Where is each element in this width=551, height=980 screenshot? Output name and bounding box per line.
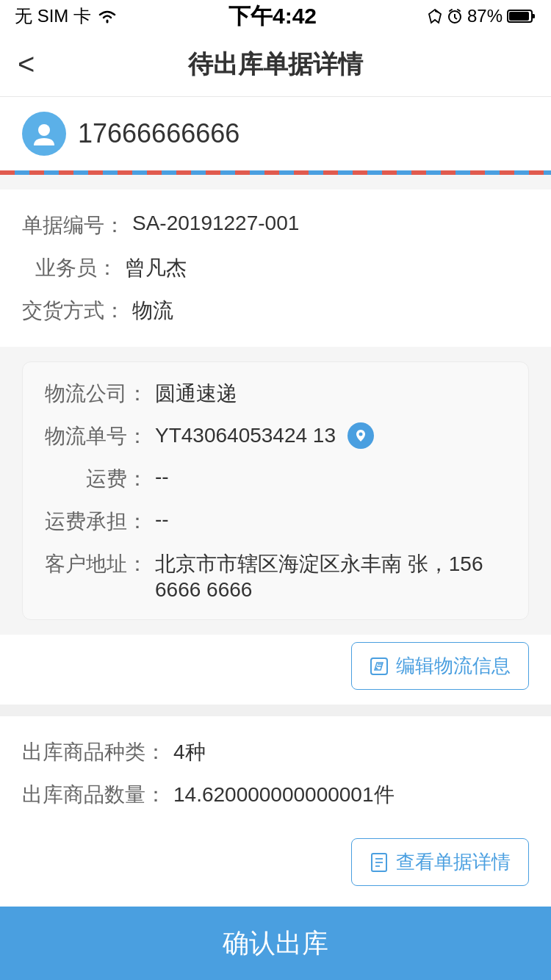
customer-header: 17666666666: [0, 97, 551, 170]
logistics-company-label: 物流公司：: [45, 380, 155, 408]
tracking-number-value: YT43064053424 13: [155, 422, 506, 449]
sim-text: 无 SIM 卡: [15, 4, 91, 28]
tracking-location-icon[interactable]: [347, 422, 374, 449]
logistics-card: 物流公司： 圆通速递 物流单号： YT43064053424 13 运费： --…: [22, 361, 529, 620]
edit-logistics-button[interactable]: 编辑物流信息: [351, 642, 529, 690]
goods-quantity-value: 14.620000000000001件: [173, 781, 529, 809]
edit-btn-label: 编辑物流信息: [396, 653, 511, 679]
address-label: 客户地址：: [45, 550, 155, 578]
view-btn-label: 查看单据详情: [396, 849, 511, 875]
svg-line-4: [450, 10, 452, 11]
nav-bar: < 待出库单据详情: [0, 32, 551, 97]
goods-section: 出库商品种类： 4种 出库商品数量： 14.620000000000001件: [0, 716, 551, 831]
document-icon: [370, 853, 389, 872]
sales-person-label: 业务员：: [22, 254, 125, 282]
svg-line-5: [458, 10, 460, 11]
status-right: 87%: [428, 6, 536, 26]
tracking-number-row: 物流单号： YT43064053424 13: [45, 422, 506, 450]
order-info-section: 单据编号： SA-20191227-001 业务员： 曾凡杰 交货方式： 物流: [0, 190, 551, 347]
freight-value: --: [155, 465, 506, 489]
logistics-company-row: 物流公司： 圆通速递: [45, 380, 506, 408]
freight-label: 运费：: [45, 465, 155, 493]
freight-bear-value: --: [155, 508, 506, 531]
back-button[interactable]: <: [18, 48, 35, 81]
goods-quantity-row: 出库商品数量： 14.620000000000001件: [22, 781, 529, 809]
battery-text: 87%: [467, 6, 503, 26]
avatar: [22, 112, 66, 156]
status-time: 下午4:42: [228, 1, 317, 32]
svg-rect-7: [532, 14, 535, 18]
freight-row: 运费： --: [45, 465, 506, 493]
customer-phone: 17666666666: [78, 118, 240, 149]
sales-person-value: 曾凡杰: [125, 254, 529, 282]
address-row: 客户地址： 北京市市辖区海淀区永丰南 张，156 6666 6666: [45, 550, 506, 602]
address-value: 北京市市辖区海淀区永丰南 张，156 6666 6666: [155, 550, 506, 602]
sales-person-row: 业务员： 曾凡杰: [22, 254, 529, 282]
location-status-icon: [428, 8, 442, 24]
goods-types-value: 4种: [173, 738, 529, 766]
delivery-method-row: 交货方式： 物流: [22, 297, 529, 325]
svg-line-3: [455, 18, 457, 19]
edit-icon: [370, 657, 389, 676]
wifi-icon: [97, 9, 118, 24]
status-bar: 无 SIM 卡 下午4:42 87%: [0, 0, 551, 32]
dashed-separator: [0, 170, 551, 175]
section-divider: [0, 705, 551, 716]
delivery-method-label: 交货方式：: [22, 297, 132, 325]
svg-point-9: [38, 124, 50, 136]
alarm-icon: [447, 8, 463, 24]
delivery-method-value: 物流: [132, 297, 529, 325]
person-icon: [31, 120, 57, 147]
confirm-btn-bar[interactable]: 确认出库: [0, 907, 551, 980]
freight-bear-label: 运费承担：: [45, 508, 155, 536]
page-title: 待出库单据详情: [188, 48, 363, 82]
battery-icon: [507, 8, 536, 24]
svg-rect-8: [509, 12, 529, 21]
tracking-number-label: 物流单号：: [45, 422, 155, 450]
order-number-value: SA-20191227-001: [132, 212, 529, 235]
svg-point-10: [359, 433, 363, 436]
edit-btn-row: 编辑物流信息: [0, 635, 551, 705]
goods-types-row: 出库商品种类： 4种: [22, 738, 529, 766]
order-number-label: 单据编号：: [22, 212, 132, 239]
status-left: 无 SIM 卡: [15, 4, 118, 28]
view-btn-row: 查看单据详情: [0, 831, 551, 908]
goods-types-label: 出库商品种类：: [22, 738, 173, 766]
confirm-btn-label: 确认出库: [223, 926, 328, 962]
freight-bear-row: 运费承担： --: [45, 508, 506, 536]
view-details-button[interactable]: 查看单据详情: [351, 838, 529, 886]
logistics-company-value: 圆通速递: [155, 380, 506, 408]
goods-quantity-label: 出库商品数量：: [22, 781, 173, 809]
order-number-row: 单据编号： SA-20191227-001: [22, 212, 529, 239]
